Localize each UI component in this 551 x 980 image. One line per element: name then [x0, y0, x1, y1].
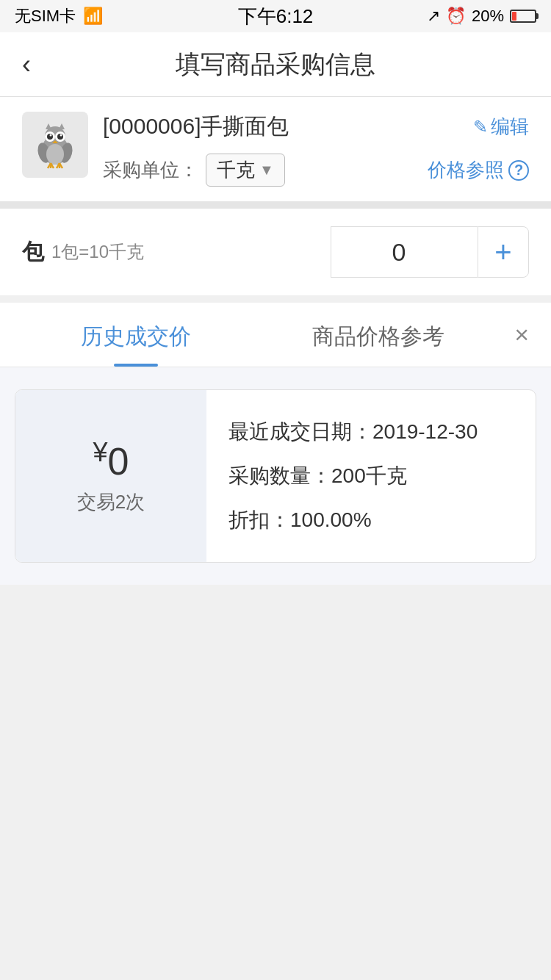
status-left: 无SIM卡 📶 — [15, 5, 103, 27]
history-date-value: 2019-12-30 — [372, 420, 478, 443]
svg-marker-3 — [59, 123, 65, 129]
wifi-icon: 📶 — [83, 7, 103, 26]
product-info: [0000006]手撕面包 ✎ 编辑 采购单位： 千克 ▼ 价格参照 ? — [103, 112, 529, 187]
quantity-label: 包 1包=10千克 — [22, 237, 144, 267]
nav-header: ‹ 填写商品采购信息 — [0, 32, 551, 97]
unit-label: 采购单位： 千克 ▼ — [103, 154, 285, 187]
tab-close-button[interactable]: × — [500, 313, 536, 356]
product-image — [29, 119, 81, 170]
history-qty-label: 采购数量： — [228, 464, 331, 487]
edit-icon: ✎ — [473, 117, 488, 137]
product-section: [0000006]手撕面包 ✎ 编辑 采购单位： 千克 ▼ 价格参照 ? — [0, 97, 551, 201]
status-right: ↗ ⏰ 20% — [427, 7, 536, 26]
history-price-value: ¥0 — [93, 437, 129, 483]
history-qty-row: 采购数量：200千克 — [228, 461, 514, 491]
history-times: 交易2次 — [77, 489, 145, 515]
qty-unit-hint: 1包=10千克 — [51, 240, 144, 264]
unit-select[interactable]: 千克 ▼ — [206, 154, 285, 187]
section-divider — [0, 201, 551, 209]
battery-pct: 20% — [472, 7, 504, 26]
history-discount-value: 100.00% — [290, 508, 372, 531]
quantity-controls: + — [331, 226, 529, 278]
history-card: ¥0 交易2次 最近成交日期：2019-12-30 采购数量：200千克 折扣：… — [15, 389, 536, 563]
svg-point-13 — [46, 144, 64, 165]
history-date-label: 最近成交日期： — [228, 420, 372, 443]
qty-unit-badge: 包 — [22, 237, 44, 267]
product-name-row: [0000006]手撕面包 ✎ 编辑 — [103, 112, 529, 142]
product-row: [0000006]手撕面包 ✎ 编辑 采购单位： 千克 ▼ 价格参照 ? — [22, 112, 529, 187]
tab-product-price-ref[interactable]: 商品价格参考 — [257, 303, 500, 367]
product-unit-row: 采购单位： 千克 ▼ 价格参照 ? — [103, 154, 529, 187]
product-thumbnail — [22, 112, 88, 178]
location-icon: ↗ — [427, 7, 440, 26]
back-button[interactable]: ‹ — [15, 42, 38, 87]
price-ref-label: 价格参照 — [428, 157, 504, 183]
dropdown-arrow-icon: ▼ — [259, 162, 274, 179]
alarm-icon: ⏰ — [446, 7, 466, 26]
page-title: 填写商品采购信息 — [176, 48, 375, 82]
edit-button[interactable]: ✎ 编辑 — [473, 114, 529, 140]
history-qty-value: 200千克 — [331, 464, 407, 487]
help-icon: ? — [508, 160, 529, 181]
svg-point-9 — [60, 134, 62, 137]
price-ref-button[interactable]: 价格参照 ? — [428, 157, 529, 183]
tab-section: 历史成交价 商品价格参考 × ¥0 交易2次 最近成交日期：2019-12-30… — [0, 303, 551, 585]
quantity-plus-button[interactable]: + — [478, 226, 529, 278]
history-price-block: ¥0 交易2次 — [15, 390, 206, 562]
tab-content: ¥0 交易2次 最近成交日期：2019-12-30 采购数量：200千克 折扣：… — [0, 367, 551, 585]
history-discount-row: 折扣：100.00% — [228, 505, 514, 536]
history-discount-label: 折扣： — [228, 508, 290, 531]
battery-icon — [510, 10, 536, 23]
status-time: 下午6:12 — [238, 4, 314, 29]
tab-history-price[interactable]: 历史成交价 — [15, 303, 257, 367]
tab-header: 历史成交价 商品价格参考 × — [0, 303, 551, 367]
edit-label: 编辑 — [491, 114, 529, 140]
svg-marker-2 — [46, 123, 51, 129]
history-date-row: 最近成交日期：2019-12-30 — [228, 417, 514, 447]
product-name: [0000006]手撕面包 — [103, 112, 289, 142]
history-details: 最近成交日期：2019-12-30 采购数量：200千克 折扣：100.00% — [206, 390, 536, 562]
quantity-section: 包 1包=10千克 + — [0, 209, 551, 295]
currency-symbol: ¥ — [93, 437, 108, 467]
unit-value: 千克 — [217, 157, 255, 183]
quantity-input[interactable] — [331, 226, 478, 278]
svg-point-8 — [50, 134, 52, 137]
carrier-text: 无SIM卡 — [15, 5, 76, 27]
status-bar: 无SIM卡 📶 下午6:12 ↗ ⏰ 20% — [0, 0, 551, 32]
